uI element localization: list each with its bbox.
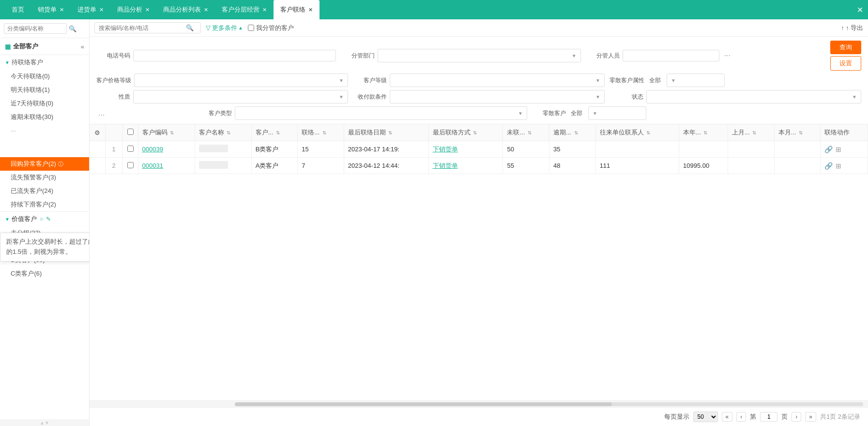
filter-dots-expand[interactable]: ... [96, 109, 107, 118]
search-input[interactable] [99, 25, 186, 31]
col-level[interactable]: 客户... ⇅ [251, 124, 298, 141]
filter-select-ctype[interactable]: ▼ [235, 106, 527, 120]
col-company-contact[interactable]: 往来单位联系人 ⇅ [595, 124, 679, 141]
value-group-edit-icon[interactable]: ✎ [46, 216, 51, 222]
row1-grid-icon[interactable]: ⊞ [836, 146, 841, 153]
export-btn[interactable]: ↑ ↑ 导出 [841, 24, 863, 32]
sidebar-item-7days[interactable]: 近7天待联络(0) [0, 97, 89, 110]
col-name-sort[interactable]: ⇅ [227, 130, 230, 135]
sidebar-item-declining[interactable]: 持续下滑客户(2) [0, 198, 89, 211]
nav-item-analysis-list[interactable]: 商品分析列表 ✕ [156, 0, 215, 19]
scroll-thumb[interactable] [235, 402, 612, 406]
col-this-month-sort[interactable]: ⇅ [799, 130, 803, 135]
sidebar-search-input[interactable] [4, 23, 67, 34]
col-name[interactable]: 客户名称 ⇅ [195, 124, 251, 141]
filter-select-retail2[interactable]: ▼ [588, 106, 646, 120]
row2-method-link[interactable]: 下销货单 [433, 162, 458, 169]
filter-input-phone[interactable] [133, 50, 336, 61]
select-all-checkbox[interactable] [127, 129, 134, 135]
row1-last-method[interactable]: 下销货单 [428, 141, 503, 158]
nav-item-customer-segment[interactable]: 客户分层经营 ✕ [215, 0, 274, 19]
sidebar-item-lost-warning[interactable]: 流失预警客户(3) [0, 171, 89, 184]
sidebar-resize-handle[interactable]: ▲▼ [0, 419, 89, 426]
col-company-contact-sort[interactable]: ⇅ [646, 130, 650, 135]
setting-button[interactable]: 设置 [830, 56, 861, 71]
col-overdue[interactable]: 逾期... ⇅ [549, 124, 596, 141]
col-this-month[interactable]: 本月... ⇅ [774, 124, 821, 141]
horizontal-scrollbar[interactable] [90, 400, 868, 407]
my-customers-checkbox[interactable] [248, 25, 254, 31]
col-uncontacted[interactable]: 未联... ⇅ [503, 124, 549, 141]
filter-dots-manager[interactable]: ··· [722, 51, 732, 60]
row1-method-link[interactable]: 下销货单 [433, 146, 458, 153]
nav-close-analysis[interactable]: ✕ [145, 7, 150, 13]
col-last-month[interactable]: 上月... ⇅ [728, 124, 774, 141]
col-settings[interactable]: ⚙ [90, 124, 105, 141]
row1-name[interactable] [195, 141, 251, 158]
sidebar-item-abnormal-repurchase[interactable]: 回购异常客户(2) ⓘ [0, 157, 89, 171]
search-icon[interactable]: 🔍 [186, 24, 194, 31]
row2-checkbox[interactable] [127, 162, 134, 168]
nav-item-sales[interactable]: 销货单 ✕ [31, 0, 71, 19]
col-overdue-sort[interactable]: ⇅ [574, 130, 578, 135]
sidebar-pending-group[interactable]: ▼ 待联络客户 [0, 55, 89, 70]
col-last-method-sort[interactable]: ⇅ [473, 130, 477, 135]
nav-item-analysis[interactable]: 商品分析 ✕ [110, 0, 156, 19]
nav-close-customer-segment[interactable]: ✕ [262, 7, 267, 13]
nav-item-purchase[interactable]: 进货单 ✕ [71, 0, 110, 19]
row2-link-icon[interactable]: 🔗 [824, 162, 833, 170]
sidebar-collapse-icon[interactable]: « [81, 43, 84, 50]
col-last-date[interactable]: 最后联络日期 ⇅ [344, 124, 428, 141]
col-contact-sort[interactable]: ⇅ [322, 130, 326, 135]
value-group-circle-icon[interactable]: ○ [40, 216, 43, 222]
sidebar-item-lost[interactable]: 已流失客户(24) [0, 184, 89, 198]
row1-code-link[interactable]: 000039 [142, 146, 163, 153]
row1-link-icon[interactable]: 🔗 [824, 146, 833, 153]
my-customers-filter[interactable]: 我分管的客户 [248, 24, 294, 32]
first-page-btn[interactable]: « [722, 412, 733, 422]
row2-code-link[interactable]: 000031 [142, 162, 163, 169]
query-button[interactable]: 查询 [830, 41, 861, 54]
col-contact[interactable]: 联络... ⇅ [298, 124, 344, 141]
col-check[interactable] [122, 124, 138, 141]
filter-select-customer-level[interactable]: ▼ [390, 73, 605, 87]
more-conditions-btn[interactable]: ▽ 更多条件 ▲ [206, 24, 243, 32]
col-code[interactable]: 客户编码 ⇅ [138, 124, 195, 141]
col-last-month-sort[interactable]: ⇅ [752, 130, 756, 135]
col-level-sort[interactable]: ⇅ [276, 130, 280, 135]
filter-select-retail-attr[interactable]: ▼ [667, 73, 725, 87]
col-this-year-sort[interactable]: ⇅ [703, 130, 707, 135]
per-page-select[interactable]: 50 100 200 [693, 411, 718, 422]
row1-code[interactable]: 000039 [138, 141, 195, 158]
filter-select-price-level[interactable]: ▼ [134, 73, 348, 87]
filter-select-status[interactable]: ▼ [646, 90, 861, 103]
last-page-btn[interactable]: » [805, 412, 816, 422]
row1-check[interactable] [122, 141, 138, 158]
nav-item-customer-contact[interactable]: 客户联络 ✕ [274, 0, 320, 19]
filter-select-payment[interactable]: ▼ [390, 90, 605, 103]
col-last-method[interactable]: 最后联络方式 ⇅ [428, 124, 503, 141]
sidebar-item-tomorrow[interactable]: 明天待联络(1) [0, 83, 89, 97]
col-code-sort[interactable]: ⇅ [170, 130, 174, 135]
row2-code[interactable]: 000031 [138, 158, 195, 174]
close-all-tabs-icon[interactable]: ✕ [857, 5, 863, 15]
col-last-date-sort[interactable]: ⇅ [388, 130, 392, 135]
filter-select-nature[interactable]: ▼ [133, 90, 348, 103]
sidebar-item-today[interactable]: 今天待联络(0) [0, 70, 89, 83]
prev-page-btn[interactable]: ‹ [736, 412, 746, 422]
row2-last-method[interactable]: 下销货单 [428, 158, 503, 174]
sidebar-item-overdue[interactable]: 逾期未联络(30) [0, 110, 89, 124]
col-this-year[interactable]: 本年... ⇅ [679, 124, 728, 141]
row2-grid-icon[interactable]: ⊞ [836, 162, 841, 170]
sidebar-item-class-c[interactable]: C类客户(6) [0, 267, 89, 280]
page-number-input[interactable] [760, 412, 777, 422]
sidebar-value-group[interactable]: ▼ 价值客户 ○ ✎ [0, 211, 89, 226]
sidebar-all-customers[interactable]: ▦ 全部客户 « [0, 38, 89, 55]
row1-checkbox[interactable] [127, 146, 134, 152]
filter-select-dept[interactable]: ▼ [378, 49, 580, 62]
nav-item-home[interactable]: 首页 [5, 0, 31, 19]
next-page-btn[interactable]: › [792, 412, 801, 422]
row2-name[interactable] [195, 158, 251, 174]
nav-close-analysis-list[interactable]: ✕ [204, 7, 208, 13]
sidebar-search-icon[interactable]: 🔍 [69, 25, 76, 32]
